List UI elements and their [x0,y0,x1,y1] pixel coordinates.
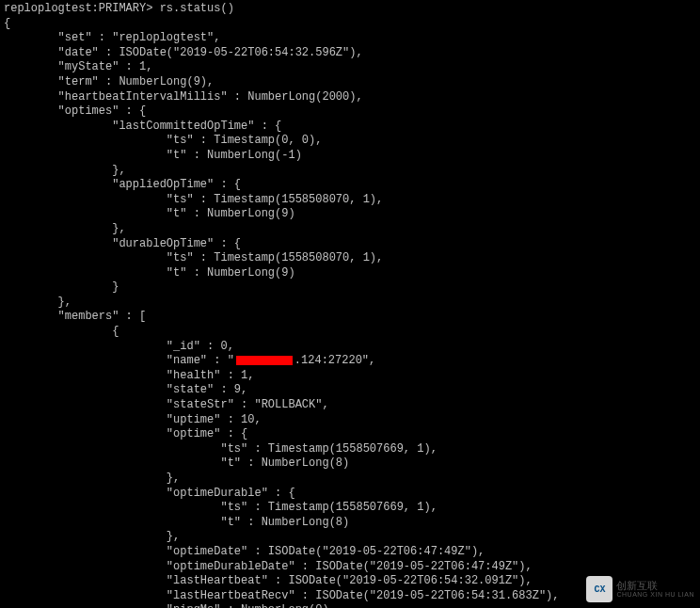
m0-optdur-close: }, [4,530,696,545]
watermark-sub: CHUANG XIN HU LIAN [616,591,694,599]
m0-ping: "pingMs" : NumberLong(0), [4,603,696,608]
date-key: "date" : [4,46,119,59]
json-open: { [4,17,696,32]
redacted-ip-icon [236,356,293,365]
m0-name-pre: "name" : " [4,354,234,367]
m0-optime-open: "optime" : { [4,427,696,442]
m0-optdur-open: "optimeDurable" : { [4,487,696,502]
m0-optdur-ts: "ts" : Timestamp(1558507669, 1), [4,501,696,516]
members-open: "members" : [ [4,310,696,325]
mystate-line: "myState" : 1, [4,60,696,75]
dot-close: } [4,280,696,296]
m0-statestr: "stateStr" : "ROLLBACK", [4,398,696,413]
terminal-output: reploplogtest:PRIMARY> rs.status() { "se… [4,2,696,608]
m0-optdate: "optimeDate" : ISODate("2019-05-22T06:47… [4,545,696,560]
dot-ts: "ts" : Timestamp(1558508070, 1), [4,251,696,266]
member-open: { [4,325,696,340]
m0-optdurdate: "optimeDurableDate" : ISODate("2019-05-2… [4,560,696,575]
m0-state: "state" : 9, [4,383,696,398]
lco-close: }, [4,164,696,179]
aot-open: "appliedOpTime" : { [4,178,696,193]
watermark-logo-icon: CX [586,576,612,602]
m0-optime-close: }, [4,472,696,487]
m0-optdur-t: "t" : NumberLong(8) [4,516,696,531]
m0-name-post: .124:27220", [294,354,375,367]
m0-id: "_id" : 0, [4,340,696,355]
watermark: CX 创新互联 CHUANG XIN HU LIAN [586,576,694,602]
m0-health: "health" : 1, [4,369,696,384]
prompt-text: reploplogtest:PRIMARY> [4,2,160,15]
m0-optime-t: "t" : NumberLong(8) [4,456,696,472]
aot-close: }, [4,222,696,237]
lco-ts: "ts" : Timestamp(0, 0), [4,134,696,149]
set-val: "reploplogtest", [112,31,220,44]
dot-open: "durableOpTime" : { [4,237,696,252]
aot-ts: "ts" : Timestamp(1558508070, 1), [4,193,696,208]
optimes-open: "optimes" : { [4,104,696,120]
m0-uptime: "uptime" : 10, [4,413,696,428]
optimes-close: }, [4,296,696,311]
m0-optime-ts: "ts" : Timestamp(1558507669, 1), [4,442,696,457]
term-line: "term" : NumberLong(9), [4,75,696,90]
watermark-brand: 创新互联 [616,580,694,591]
set-key: "set" : [4,31,112,44]
lco-t: "t" : NumberLong(-1) [4,149,696,164]
aot-t: "t" : NumberLong(9) [4,207,696,222]
dot-t: "t" : NumberLong(9) [4,266,696,281]
hbim-line: "heartbeatIntervalMillis" : NumberLong(2… [4,90,696,105]
command-text: rs.status() [160,2,234,15]
lco-open: "lastCommittedOpTime" : { [4,120,696,135]
date-val: ISODate("2019-05-22T06:54:32.596Z"), [119,46,362,59]
